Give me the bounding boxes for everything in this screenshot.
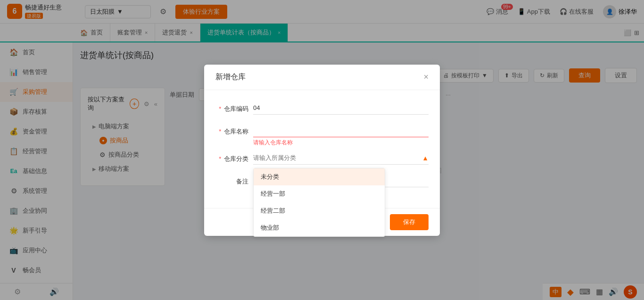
code-field-row: * 仓库编码 (215, 101, 429, 115)
name-input-wrapper: 请输入仓库名称 (253, 124, 429, 137)
modal-title: 新增仓库 (215, 72, 246, 82)
category-label: * 仓库分类 (215, 151, 253, 163)
modal-body: * 仓库编码 * 仓库名称 请输入仓库名称 * (204, 90, 440, 208)
category-dropdown-icon[interactable]: ▲ (422, 154, 429, 162)
name-field-row: * 仓库名称 请输入仓库名称 (215, 124, 429, 137)
category-field-row: * 仓库分类 ▲ 未分类 经营一部 经营二部 (215, 151, 429, 165)
modal-close-button[interactable]: × (423, 72, 429, 82)
required-star: * (219, 105, 221, 112)
dropdown-item-property[interactable]: 物业部 (254, 219, 385, 236)
note-label: 备注 (215, 174, 253, 186)
name-input[interactable] (253, 124, 429, 137)
dropdown-item-dept1[interactable]: 经营一部 (254, 185, 385, 202)
dropdown-item-none[interactable]: 未分类 (254, 168, 385, 185)
required-star3: * (219, 155, 221, 162)
modal-overlay: 新增仓库 × * 仓库编码 * 仓库名称 请输入仓库名称 (0, 0, 644, 300)
save-button[interactable]: 保存 (390, 214, 429, 230)
required-star2: * (219, 128, 221, 135)
name-error-message: 请输入仓库名称 (253, 139, 293, 147)
add-warehouse-modal: 新增仓库 × * 仓库编码 * 仓库名称 请输入仓库名称 (204, 65, 440, 236)
category-select-wrapper: ▲ 未分类 经营一部 经营二部 物业部 (253, 151, 429, 165)
category-dropdown: 未分类 经营一部 经营二部 物业部 (253, 168, 385, 237)
code-input[interactable] (253, 101, 429, 115)
dropdown-item-dept2[interactable]: 经营二部 (254, 202, 385, 219)
category-input[interactable] (253, 151, 429, 165)
modal-header: 新增仓库 × (204, 65, 440, 90)
name-label: * 仓库名称 (215, 124, 253, 136)
code-label: * 仓库编码 (215, 101, 253, 113)
